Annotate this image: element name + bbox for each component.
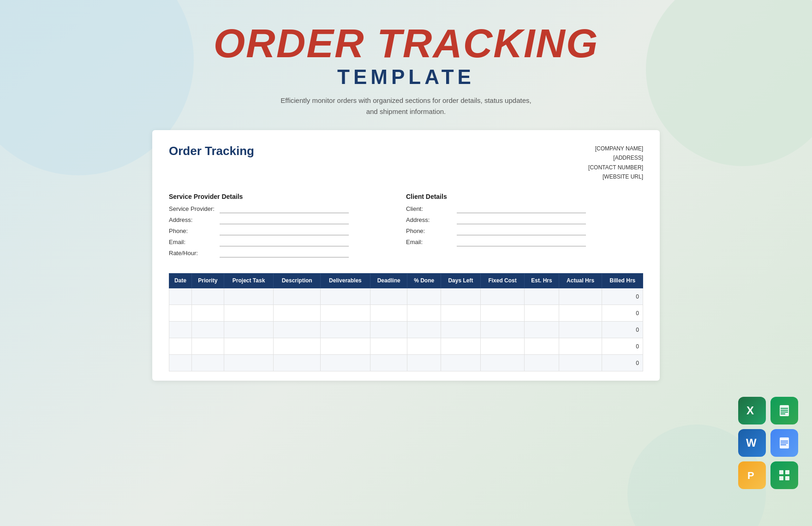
svg-rect-2 <box>781 408 788 409</box>
table-cell[interactable] <box>370 338 407 355</box>
table-cell[interactable] <box>407 288 441 305</box>
google-docs-icon[interactable] <box>770 429 798 457</box>
client-field-3: Phone: <box>406 227 643 235</box>
company-website: [WEBSITE URL] <box>588 172 643 181</box>
table-cell[interactable] <box>559 305 602 322</box>
page-sub-title: TEMPLATE <box>337 66 475 89</box>
client-col: Client Details Client: Address: Phone: E… <box>406 193 643 260</box>
client-field-4: Email: <box>406 238 643 246</box>
table-cell[interactable] <box>525 355 559 371</box>
table-cell[interactable] <box>370 305 407 322</box>
word-icon[interactable]: W <box>738 429 766 457</box>
table-cell[interactable] <box>370 322 407 338</box>
svg-rect-13 <box>785 470 789 474</box>
sp-field-3: Phone: <box>169 227 406 235</box>
col-est-hrs: Est. Hrs <box>525 273 559 288</box>
table-cell[interactable] <box>224 322 274 338</box>
table-cell[interactable] <box>480 305 524 322</box>
pages-icon[interactable]: P <box>738 461 766 489</box>
table-cell[interactable] <box>224 355 274 371</box>
table-cell[interactable] <box>525 288 559 305</box>
table-cell[interactable] <box>407 305 441 322</box>
billed-hrs-cell[interactable]: 0 <box>602 355 643 371</box>
col-deliverables: Deliverables <box>321 273 370 288</box>
table-cell[interactable] <box>480 355 524 371</box>
table-cell[interactable] <box>525 305 559 322</box>
table-cell[interactable] <box>441 288 481 305</box>
table-cell[interactable] <box>480 338 524 355</box>
table-cell[interactable] <box>169 288 192 305</box>
table-cell[interactable] <box>370 288 407 305</box>
company-info: [COMPANY NAME] [ADDRESS] [CONTACT NUMBER… <box>588 144 643 182</box>
table-cell[interactable] <box>441 322 481 338</box>
table-cell[interactable] <box>370 355 407 371</box>
table-cell[interactable] <box>480 288 524 305</box>
table-cell[interactable] <box>321 305 370 322</box>
table-cell[interactable] <box>274 305 321 322</box>
table-row[interactable]: 0 <box>169 338 643 355</box>
billed-hrs-cell[interactable]: 0 <box>602 288 643 305</box>
table-cell[interactable] <box>441 355 481 371</box>
sp-field-4: Email: <box>169 238 406 246</box>
table-cell[interactable] <box>191 288 224 305</box>
svg-text:X: X <box>746 404 754 417</box>
google-sheets-icon[interactable] <box>770 397 798 424</box>
table-cell[interactable] <box>191 322 224 338</box>
table-cell[interactable] <box>191 355 224 371</box>
table-cell[interactable] <box>274 288 321 305</box>
svg-rect-14 <box>779 476 783 480</box>
table-cell[interactable] <box>169 355 192 371</box>
table-cell[interactable] <box>224 305 274 322</box>
client-heading: Client Details <box>406 193 643 200</box>
table-cell[interactable] <box>441 305 481 322</box>
table-cell[interactable] <box>169 305 192 322</box>
table-cell[interactable] <box>321 338 370 355</box>
table-cell[interactable] <box>559 338 602 355</box>
table-cell[interactable] <box>224 288 274 305</box>
excel-icon[interactable]: X <box>738 397 766 424</box>
table-cell[interactable] <box>169 338 192 355</box>
table-row[interactable]: 0 <box>169 288 643 305</box>
table-cell[interactable] <box>321 322 370 338</box>
table-cell[interactable] <box>407 338 441 355</box>
doc-title: Order Tracking <box>169 144 254 158</box>
table-cell[interactable] <box>480 322 524 338</box>
table-cell[interactable] <box>407 355 441 371</box>
table-cell[interactable] <box>525 338 559 355</box>
col-date: Date <box>169 273 192 288</box>
table-cell[interactable] <box>321 355 370 371</box>
svg-text:P: P <box>747 470 754 481</box>
numbers-icon[interactable] <box>770 461 798 489</box>
billed-hrs-cell[interactable]: 0 <box>602 305 643 322</box>
table-cell[interactable] <box>224 338 274 355</box>
table-cell[interactable] <box>525 322 559 338</box>
table-cell[interactable] <box>191 305 224 322</box>
table-cell[interactable] <box>559 355 602 371</box>
table-cell[interactable] <box>441 338 481 355</box>
details-section: Service Provider Details Service Provide… <box>169 193 643 260</box>
company-name: [COMPANY NAME] <box>588 144 643 153</box>
col-description: Description <box>274 273 321 288</box>
table-cell[interactable] <box>559 288 602 305</box>
svg-text:W: W <box>746 436 757 449</box>
table-row[interactable]: 0 <box>169 355 643 371</box>
billed-hrs-cell[interactable]: 0 <box>602 322 643 338</box>
col-percent-done: % Done <box>407 273 441 288</box>
document-card: Order Tracking [COMPANY NAME] [ADDRESS] … <box>152 130 660 381</box>
table-header-row: Date Priority Project Task Description D… <box>169 273 643 288</box>
table-cell[interactable] <box>274 322 321 338</box>
company-address: [ADDRESS] <box>588 153 643 162</box>
billed-hrs-cell[interactable]: 0 <box>602 338 643 355</box>
svg-rect-5 <box>781 413 785 414</box>
table-cell[interactable] <box>191 338 224 355</box>
table-row[interactable]: 0 <box>169 305 643 322</box>
app-icons-panel: X W P <box>738 397 798 489</box>
table-cell[interactable] <box>274 338 321 355</box>
table-row[interactable]: 0 <box>169 322 643 338</box>
table-cell[interactable] <box>407 322 441 338</box>
sp-field-1: Service Provider: <box>169 205 406 213</box>
table-cell[interactable] <box>169 322 192 338</box>
table-cell[interactable] <box>274 355 321 371</box>
table-cell[interactable] <box>559 322 602 338</box>
table-cell[interactable] <box>321 288 370 305</box>
